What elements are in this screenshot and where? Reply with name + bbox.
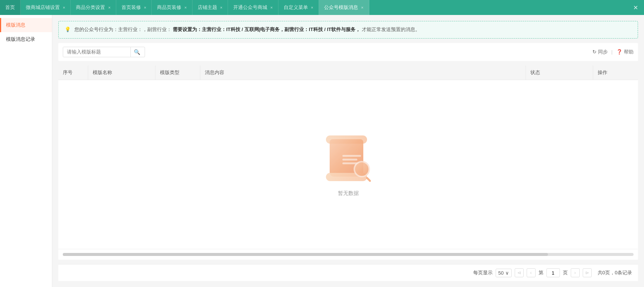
nav-tab-template-msg[interactable]: 公众号模版消息 × bbox=[319, 0, 369, 15]
close-tab-theme[interactable]: × bbox=[220, 5, 222, 10]
main-layout: 模版消息 模版消息记录 💡 您的公众号行业为：主营行业：，副营行业： 需要设置为… bbox=[0, 15, 644, 287]
sidebar-item-template-record[interactable]: 模版消息记录 bbox=[0, 32, 52, 46]
help-icon: ❓ bbox=[616, 49, 622, 55]
page-unit-label: 页 bbox=[563, 269, 568, 276]
sync-button[interactable]: ↻ 同步 bbox=[592, 49, 608, 55]
col-header-type: 模版类型 bbox=[155, 65, 200, 80]
empty-text: 暂无数据 bbox=[338, 190, 359, 197]
per-page-value: 50 bbox=[498, 270, 503, 276]
help-button[interactable]: ❓ 帮助 bbox=[616, 49, 634, 55]
search-button[interactable]: 🔍 bbox=[130, 47, 143, 57]
scroll-line1 bbox=[342, 155, 361, 157]
sidebar: 模版消息 模版消息记录 bbox=[0, 15, 52, 287]
scroll-line2 bbox=[342, 159, 357, 161]
nav-tab-theme[interactable]: 店铺主题 × bbox=[192, 0, 228, 15]
nav-tab-product-decor[interactable]: 商品页装修 × bbox=[152, 0, 192, 15]
close-tab-store-settings[interactable]: × bbox=[63, 5, 65, 10]
toolbar: 🔍 ↻ 同步 | ❓ 帮助 bbox=[58, 43, 638, 61]
col-header-status: 状态 bbox=[526, 65, 593, 80]
col-header-index: 序号 bbox=[58, 65, 88, 80]
toolbar-actions: ↻ 同步 | ❓ 帮助 bbox=[592, 49, 634, 55]
nav-tab-store-settings[interactable]: 微商城店铺设置 × bbox=[21, 0, 71, 15]
close-tab-category[interactable]: × bbox=[108, 5, 110, 10]
page-number-input[interactable] bbox=[546, 268, 560, 277]
data-table: 序号 模版名称 模版类型 消息内容 状态 操作 bbox=[58, 65, 638, 260]
first-page-button[interactable]: ⊲ bbox=[515, 268, 524, 277]
col-header-content: 消息内容 bbox=[200, 65, 526, 80]
close-tab-product-decor[interactable]: × bbox=[184, 5, 187, 10]
nav-tab-menu[interactable]: 自定义菜单 × bbox=[278, 0, 319, 15]
close-tab-template-msg[interactable]: × bbox=[361, 5, 363, 10]
nav-tab-home[interactable]: 首页 bbox=[0, 0, 21, 15]
prev-page-button[interactable]: ‹ bbox=[527, 268, 536, 277]
search-circle-deco bbox=[354, 161, 370, 177]
empty-state: 暂无数据 bbox=[58, 80, 638, 249]
per-page-label: 每页显示 bbox=[473, 269, 493, 276]
search-input[interactable] bbox=[63, 47, 130, 57]
content-area: 💡 您的公众号行业为：主营行业：，副营行业： 需要设置为：主营行业：IT科技 /… bbox=[52, 15, 644, 287]
toolbar-divider: | bbox=[611, 49, 613, 55]
nav-tab-category[interactable]: 商品分类设置 × bbox=[71, 0, 116, 15]
close-tab-menu[interactable]: × bbox=[311, 5, 313, 10]
table-header: 序号 模版名称 模版类型 消息内容 状态 操作 bbox=[58, 65, 638, 80]
notice-box: 💡 您的公众号行业为：主营行业：，副营行业： 需要设置为：主营行业：IT科技 /… bbox=[58, 21, 638, 39]
search-handle-deco bbox=[366, 177, 371, 182]
close-tab-mall[interactable]: × bbox=[270, 5, 272, 10]
scrollbar-area bbox=[58, 249, 638, 260]
horizontal-scrollbar[interactable] bbox=[63, 253, 634, 256]
scrollbar-thumb bbox=[63, 253, 548, 256]
notice-icon: 💡 bbox=[65, 27, 71, 32]
per-page-chevron-icon: ∨ bbox=[505, 270, 509, 276]
pagination: 每页显示 50 ∨ ⊲ ‹ 第 页 › ⊳ 共0页，0条记录 bbox=[58, 264, 638, 281]
col-header-name: 模版名称 bbox=[88, 65, 155, 80]
close-all-tabs-button[interactable]: ✕ bbox=[627, 0, 644, 15]
empty-icon bbox=[322, 132, 375, 184]
sidebar-item-template-msg[interactable]: 模版消息 bbox=[0, 18, 52, 32]
last-page-button[interactable]: ⊳ bbox=[583, 268, 592, 277]
per-page-select[interactable]: 50 ∨ bbox=[496, 269, 511, 277]
search-box: 🔍 bbox=[63, 47, 145, 57]
total-label: 共0页，0条记录 bbox=[598, 269, 632, 276]
close-tab-home-decor[interactable]: × bbox=[144, 5, 146, 10]
page-label: 第 bbox=[539, 269, 543, 276]
top-nav: 首页 微商城店铺设置 × 商品分类设置 × 首页装修 × 商品页装修 × 店铺主… bbox=[0, 0, 644, 15]
col-header-action: 操作 bbox=[593, 65, 638, 80]
nav-tab-home-decor[interactable]: 首页装修 × bbox=[116, 0, 152, 15]
nav-tab-mall[interactable]: 开通公众号商城 × bbox=[228, 0, 278, 15]
next-page-button[interactable]: › bbox=[571, 268, 580, 277]
sync-icon: ↻ bbox=[592, 49, 597, 55]
